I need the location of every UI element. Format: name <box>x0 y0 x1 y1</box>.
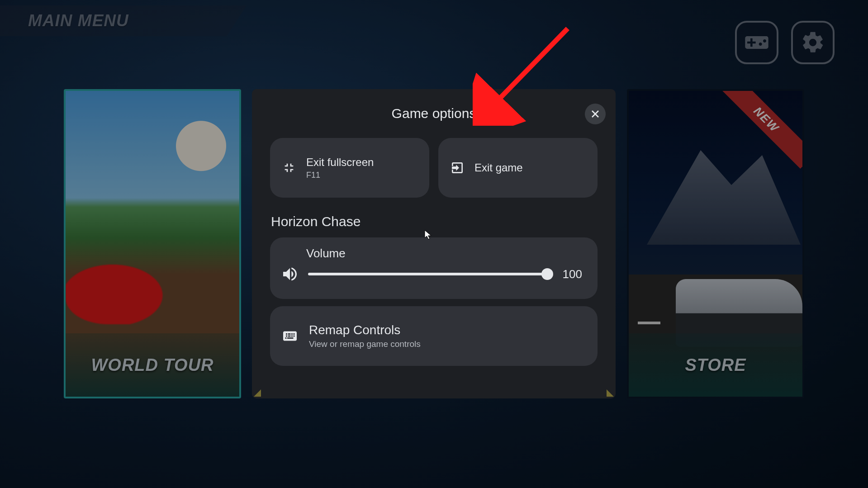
modal-title: Game options <box>392 106 476 121</box>
modal-header: Game options <box>252 89 616 138</box>
resize-handle-br[interactable] <box>607 389 614 397</box>
top-right-buttons <box>735 21 835 64</box>
main-menu-label: MAIN MENU <box>28 11 129 30</box>
remap-controls-button[interactable]: Remap Controls View or remap game contro… <box>270 306 598 366</box>
new-badge: NEW <box>721 91 802 172</box>
main-menu-tab[interactable]: MAIN MENU <box>0 5 247 36</box>
volume-label: Volume <box>281 246 582 261</box>
volume-slider[interactable] <box>308 273 548 275</box>
close-button[interactable] <box>585 104 606 124</box>
exit-fullscreen-shortcut: F11 <box>306 171 374 180</box>
volume-slider-thumb[interactable] <box>541 268 553 280</box>
controller-button[interactable] <box>735 21 778 64</box>
keyboard-icon <box>282 328 298 344</box>
card-footer: STORE <box>629 333 802 397</box>
exit-game-icon <box>450 161 465 175</box>
card-footer: WORLD TOUR <box>66 333 239 397</box>
volume-value: 100 <box>557 267 582 281</box>
game-card-store[interactable]: NEW STORE <box>627 89 804 398</box>
card-label: WORLD TOUR <box>91 355 213 375</box>
game-options-modal: Game options Exit fullscreen F11 Exit ga… <box>252 89 616 398</box>
exit-fullscreen-button[interactable]: Exit fullscreen F11 <box>270 138 429 198</box>
gamepad-icon <box>744 30 769 55</box>
volume-panel: Volume 100 <box>270 237 598 299</box>
game-card-world-tour[interactable]: WORLD TOUR <box>64 89 241 398</box>
card-label: STORE <box>685 355 746 375</box>
remap-sub: View or remap game controls <box>309 339 421 349</box>
close-icon <box>591 109 600 118</box>
resize-handle-bl[interactable] <box>254 389 261 397</box>
exit-fullscreen-label: Exit fullscreen <box>306 156 374 169</box>
game-name-heading: Horizon Chase <box>252 198 616 237</box>
volume-icon <box>281 265 299 283</box>
exit-game-label: Exit game <box>474 161 523 174</box>
exit-game-button[interactable]: Exit game <box>438 138 598 198</box>
settings-button[interactable] <box>791 21 835 64</box>
gear-icon <box>800 30 825 55</box>
exit-fullscreen-icon <box>282 161 296 175</box>
remap-label: Remap Controls <box>309 323 421 337</box>
